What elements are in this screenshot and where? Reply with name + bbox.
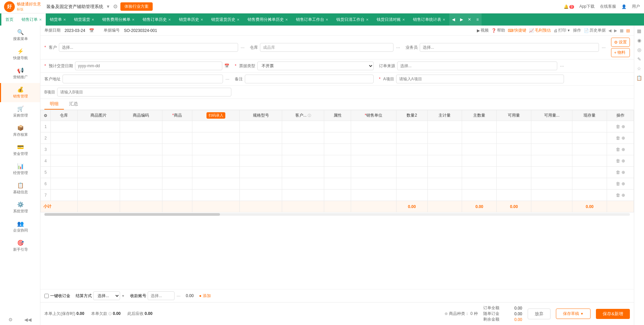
sidebar-item-guide[interactable]: 🎯 新手引导 bbox=[0, 236, 40, 255]
toolbar-grid-icon[interactable]: ▦ bbox=[620, 28, 623, 33]
sidebar-settings-icon[interactable]: ⚙ bbox=[8, 317, 13, 322]
nav-tab-close[interactable]: ✕ bbox=[39, 18, 42, 22]
warehouse-dots[interactable]: ··· bbox=[396, 45, 400, 50]
row-customer-code-2[interactable] bbox=[282, 132, 324, 144]
account-dots[interactable]: ··· bbox=[177, 293, 181, 298]
solution-btn[interactable]: 体验行业方案 bbox=[120, 2, 153, 11]
nav-next-arrow[interactable]: ▶ bbox=[457, 13, 465, 26]
nav-tab-fee-history[interactable]: 销售费用分摊单历史 ✕ bbox=[243, 13, 292, 26]
a-project-input[interactable] bbox=[396, 75, 564, 83]
system-dropdown-icon[interactable]: ▼ bbox=[106, 4, 110, 9]
row-main-qty-1[interactable] bbox=[462, 121, 497, 132]
date-calendar-icon[interactable]: 📅 bbox=[224, 64, 229, 68]
toolbar-nav-prev[interactable]: ◀ bbox=[608, 28, 611, 33]
row-spec-1[interactable] bbox=[240, 121, 282, 132]
print-btn[interactable]: 🖨 打印 ▼ bbox=[554, 28, 570, 33]
sidebar-item-search[interactable]: 🔍 搜索菜单 bbox=[0, 26, 40, 45]
nav-tab-history[interactable]: 销售订单历史 ✕ bbox=[139, 13, 175, 26]
nav-tab-sales-history[interactable]: 销货单历史 ✕ bbox=[175, 13, 207, 26]
nav-prev-arrow[interactable]: ◀ bbox=[449, 13, 457, 26]
right-icon-5[interactable]: ☆ bbox=[637, 66, 641, 71]
row-spec-2[interactable] bbox=[240, 132, 282, 144]
nav-tab-daily-workbench[interactable]: 钱货日清工作台 ✕ bbox=[332, 13, 373, 26]
sidebar-item-inventory[interactable]: 📦 库存核算 bbox=[0, 121, 40, 140]
order-source-dots[interactable]: ··· bbox=[560, 63, 564, 69]
copy-icon-2[interactable]: ⊕ bbox=[621, 135, 625, 140]
sidebar-item-enterprise[interactable]: 👥 企业协同 bbox=[0, 217, 40, 236]
row-product-1[interactable] bbox=[162, 121, 192, 132]
row-customer-code-1[interactable] bbox=[282, 121, 324, 132]
salesperson-dots[interactable]: ··· bbox=[602, 45, 606, 50]
sidebar-item-finance[interactable]: 💳 资金管理 bbox=[0, 140, 40, 160]
toolbar-list-icon[interactable]: ▤ bbox=[626, 28, 630, 33]
tab-detail[interactable]: 明细 bbox=[44, 99, 64, 110]
date-delivery-input[interactable] bbox=[75, 62, 223, 70]
delete-icon-2[interactable]: 🗑 bbox=[616, 135, 620, 140]
row-product-2[interactable] bbox=[162, 132, 192, 144]
profit-btn[interactable]: 📈 毛利预估 bbox=[529, 28, 551, 33]
row-main-qty-2[interactable] bbox=[462, 132, 497, 144]
print-dropdown[interactable]: ▼ bbox=[567, 29, 570, 32]
row-warehouse-1[interactable] bbox=[51, 121, 78, 132]
warehouse-input[interactable] bbox=[260, 43, 393, 52]
col-scan[interactable]: 扫码录入 bbox=[192, 110, 240, 121]
row-unit-2[interactable] bbox=[351, 132, 396, 144]
nav-tab-reconcile[interactable]: 钱货日清对账 ✕ bbox=[373, 13, 409, 26]
row-attr-1[interactable] bbox=[324, 121, 351, 132]
order-source-input[interactable] bbox=[397, 62, 558, 70]
delete-icon[interactable]: 🗑 bbox=[616, 124, 620, 129]
user-name[interactable]: 用户 bbox=[632, 4, 640, 9]
right-icon-3[interactable]: ◎ bbox=[637, 47, 641, 52]
salesperson-input[interactable] bbox=[420, 43, 599, 52]
nav-tab-sales[interactable]: 销货单 ✕ bbox=[46, 13, 70, 26]
sidebar-item-quicknav[interactable]: ⚡ 快捷导航 bbox=[0, 45, 40, 64]
invoice-select[interactable]: 不开票 bbox=[257, 62, 374, 70]
nav-close-all[interactable]: ✕ bbox=[465, 13, 473, 26]
history-btn[interactable]: 📄 历史单据 bbox=[584, 28, 606, 33]
discard-btn[interactable]: 放弃 bbox=[528, 309, 551, 319]
sidebar-item-sales[interactable]: 💰 销售管理 bbox=[0, 83, 40, 102]
one-click-checkbox[interactable] bbox=[44, 294, 49, 298]
remarks-input[interactable] bbox=[245, 75, 374, 83]
nav-tab-home[interactable]: 首页 bbox=[1, 13, 17, 26]
view-btn[interactable]: ▶ 视频 bbox=[477, 28, 489, 33]
settings-panel-btn[interactable]: ⚙ 设置 bbox=[611, 38, 630, 47]
nav-more[interactable]: ≡ bbox=[473, 13, 482, 26]
payment-method-select[interactable]: 选择... bbox=[93, 291, 120, 300]
delete-icon-6[interactable]: 🗑 bbox=[616, 181, 620, 186]
address-dots[interactable]: ··· bbox=[226, 76, 230, 82]
product-types-icon[interactable]: ⊙ bbox=[445, 311, 448, 316]
right-icon-1[interactable]: ▦ bbox=[637, 28, 641, 34]
customer-dots[interactable]: ··· bbox=[241, 45, 245, 50]
delete-icon-7[interactable]: 🗑 bbox=[616, 193, 620, 198]
delete-icon-3[interactable]: 🗑 bbox=[616, 147, 620, 152]
sidebar-item-base[interactable]: 📋 基础信息 bbox=[0, 179, 40, 198]
nav-tab-fee[interactable]: 销售费用分摊单 ✕ bbox=[98, 13, 139, 26]
tab-summary[interactable]: 汇总 bbox=[64, 99, 83, 110]
nav-tab-stats[interactable]: 销售订单统计表 ✕ bbox=[409, 13, 449, 26]
online-support-btn[interactable]: 在线客服 bbox=[600, 4, 616, 9]
nav-tab-sales-order[interactable]: 销售订单 ✕ bbox=[17, 13, 46, 26]
row-code-1[interactable] bbox=[120, 121, 162, 132]
add-material-btn[interactable]: + 物料 bbox=[611, 48, 630, 57]
system-settings-icon[interactable]: ⚙ bbox=[113, 3, 118, 10]
toolbar-nav-next[interactable]: ▶ bbox=[614, 28, 617, 33]
copy-icon-6[interactable]: ⊕ bbox=[621, 181, 625, 186]
copy-icon-7[interactable]: ⊕ bbox=[621, 193, 625, 198]
nav-tab-sales-close[interactable]: ✕ bbox=[63, 18, 66, 22]
row-code-2[interactable] bbox=[120, 132, 162, 144]
current-order-info[interactable]: ⓘ bbox=[108, 312, 112, 316]
row-warehouse-2[interactable] bbox=[51, 132, 78, 144]
add-btn[interactable]: ● 添加 bbox=[199, 293, 211, 299]
copy-icon-3[interactable]: ⊕ bbox=[621, 147, 625, 152]
right-icon-6[interactable]: 📋 bbox=[636, 75, 642, 81]
sidebar-item-system[interactable]: ⚙️ 系统管理 bbox=[0, 198, 40, 217]
nav-tab-return-history[interactable]: 销货退货历史 ✕ bbox=[207, 13, 243, 26]
right-icon-4[interactable]: ✎ bbox=[637, 56, 641, 62]
app-download-btn[interactable]: App下载 bbox=[579, 4, 595, 9]
calendar-icon[interactable]: 📅 bbox=[89, 28, 94, 33]
b-project-input[interactable] bbox=[57, 88, 231, 96]
account-input[interactable] bbox=[148, 291, 175, 300]
nav-tab-workbench[interactable]: 销售订单工作台 ✕ bbox=[292, 13, 332, 26]
horizontal-scrollbar[interactable] bbox=[44, 213, 630, 216]
